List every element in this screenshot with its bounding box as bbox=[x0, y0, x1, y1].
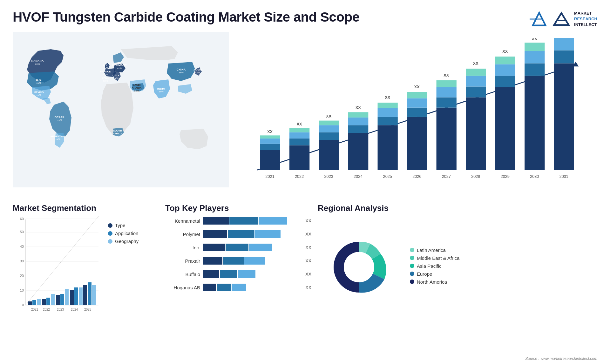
svg-rect-69 bbox=[407, 117, 427, 170]
top-row: CANADA xx% U.S. xx% MEXICO xx% BRAZIL xx… bbox=[0, 32, 610, 197]
legend-application: Application bbox=[108, 231, 139, 236]
svg-text:10: 10 bbox=[20, 288, 24, 292]
svg-text:2021: 2021 bbox=[31, 308, 38, 311]
player-label: XX bbox=[305, 230, 311, 239]
svg-text:2022: 2022 bbox=[295, 174, 304, 179]
application-color bbox=[108, 231, 112, 236]
svg-text:U.S.: U.S. bbox=[36, 78, 42, 82]
svg-line-106 bbox=[25, 216, 98, 305]
svg-text:XX: XX bbox=[267, 130, 273, 134]
legend-latin-america-label: Latin America bbox=[417, 247, 446, 253]
svg-rect-101 bbox=[554, 38, 574, 51]
logo-icon bbox=[530, 10, 549, 29]
svg-text:xx%: xx% bbox=[179, 71, 183, 74]
svg-rect-127 bbox=[51, 294, 55, 305]
player-label: XX bbox=[305, 256, 311, 265]
growth-chart-section: XX 2021 XX 2022 XX 2023 XX 2024 bbox=[235, 32, 597, 197]
svg-rect-95 bbox=[525, 51, 545, 63]
svg-rect-48 bbox=[289, 128, 309, 132]
player-label: XX bbox=[305, 243, 311, 252]
svg-rect-147 bbox=[203, 244, 225, 251]
legend-type-label: Type bbox=[115, 223, 125, 228]
legend-mea-label: Middle East & Africa bbox=[417, 255, 459, 261]
player-row: Praxair XX bbox=[165, 256, 311, 265]
svg-rect-39 bbox=[260, 150, 280, 170]
svg-text:2023: 2023 bbox=[324, 174, 333, 179]
player-name: Inc. bbox=[165, 245, 200, 250]
svg-rect-100 bbox=[554, 51, 574, 64]
svg-rect-40 bbox=[260, 144, 280, 150]
svg-text:2030: 2030 bbox=[530, 174, 539, 179]
bottom-row: Market Segmentation 0 10 20 30 40 50 60 bbox=[0, 197, 610, 343]
svg-text:xx%: xx% bbox=[134, 89, 139, 92]
svg-rect-90 bbox=[495, 57, 515, 64]
svg-rect-139 bbox=[92, 285, 96, 305]
svg-text:U.K.: U.K. bbox=[103, 64, 108, 67]
svg-text:SPAIN: SPAIN bbox=[102, 77, 109, 79]
svg-rect-151 bbox=[223, 257, 244, 265]
svg-rect-53 bbox=[319, 125, 339, 132]
svg-rect-156 bbox=[203, 284, 216, 291]
svg-text:CANADA: CANADA bbox=[31, 59, 44, 63]
svg-text:2025: 2025 bbox=[84, 308, 92, 311]
svg-rect-78 bbox=[437, 80, 457, 87]
logo-text: MARKET RESEARCH INTELLECT bbox=[574, 10, 597, 28]
geography-color bbox=[108, 239, 112, 244]
player-label: XX bbox=[305, 270, 311, 279]
svg-rect-133 bbox=[70, 290, 74, 305]
segmentation-chart: 0 10 20 30 40 50 60 bbox=[13, 216, 102, 324]
svg-text:xx%: xx% bbox=[36, 82, 41, 84]
svg-rect-72 bbox=[407, 92, 427, 98]
svg-rect-94 bbox=[525, 63, 545, 76]
legend-na-label: North America bbox=[417, 279, 447, 285]
svg-rect-59 bbox=[348, 118, 368, 125]
svg-rect-121 bbox=[28, 301, 32, 305]
svg-text:BRAZIL: BRAZIL bbox=[55, 116, 65, 119]
svg-rect-60 bbox=[348, 112, 368, 118]
svg-text:2031: 2031 bbox=[559, 174, 568, 179]
svg-text:xx%: xx% bbox=[35, 63, 40, 65]
regional-content: Latin America Middle East & Africa Asia … bbox=[318, 216, 597, 318]
header: HVOF Tungsten Carbide Coating Market Siz… bbox=[0, 0, 610, 32]
svg-text:xx%: xx% bbox=[36, 94, 41, 97]
svg-rect-58 bbox=[348, 125, 368, 133]
growth-chart: XX 2021 XX 2022 XX 2023 XX 2024 bbox=[241, 38, 597, 194]
svg-rect-138 bbox=[88, 282, 92, 305]
player-row: Hoganas AB XX bbox=[165, 283, 311, 292]
svg-text:30: 30 bbox=[20, 259, 24, 263]
svg-rect-146 bbox=[254, 230, 281, 238]
svg-text:2021: 2021 bbox=[266, 174, 274, 179]
regional-section: Regional Analysis bbox=[318, 203, 597, 340]
na-color bbox=[410, 280, 414, 284]
svg-rect-81 bbox=[466, 98, 486, 170]
svg-text:XX: XX bbox=[532, 38, 537, 41]
svg-text:xx%: xx% bbox=[117, 67, 122, 70]
segmentation-title: Market Segmentation bbox=[13, 203, 159, 213]
legend-latin-america: Latin America bbox=[410, 247, 459, 253]
svg-rect-65 bbox=[378, 108, 398, 117]
svg-rect-150 bbox=[203, 257, 222, 265]
legend-type: Type bbox=[108, 223, 139, 228]
apac-color bbox=[410, 264, 414, 268]
svg-rect-82 bbox=[466, 86, 486, 97]
svg-point-159 bbox=[344, 252, 374, 282]
svg-rect-84 bbox=[466, 69, 486, 76]
player-row: Buffalo XX bbox=[165, 270, 311, 279]
segmentation-legend: Type Application Geography bbox=[108, 223, 139, 324]
legend-asia-pacific: Asia Pacific bbox=[410, 263, 459, 269]
type-color bbox=[108, 223, 112, 228]
segmentation-section: Market Segmentation 0 10 20 30 40 50 60 bbox=[13, 203, 159, 340]
svg-marker-2 bbox=[554, 13, 569, 25]
svg-text:xx%: xx% bbox=[159, 90, 163, 93]
svg-rect-46 bbox=[289, 138, 309, 145]
legend-europe: Europe bbox=[410, 271, 459, 277]
svg-text:2025: 2025 bbox=[383, 174, 392, 179]
svg-rect-152 bbox=[244, 257, 265, 265]
svg-text:50: 50 bbox=[20, 230, 24, 234]
svg-rect-87 bbox=[495, 87, 515, 170]
svg-text:xx%: xx% bbox=[113, 77, 118, 80]
svg-text:AFRICA: AFRICA bbox=[113, 132, 122, 135]
svg-rect-157 bbox=[217, 284, 231, 291]
svg-rect-70 bbox=[407, 108, 427, 117]
svg-rect-126 bbox=[46, 298, 50, 305]
